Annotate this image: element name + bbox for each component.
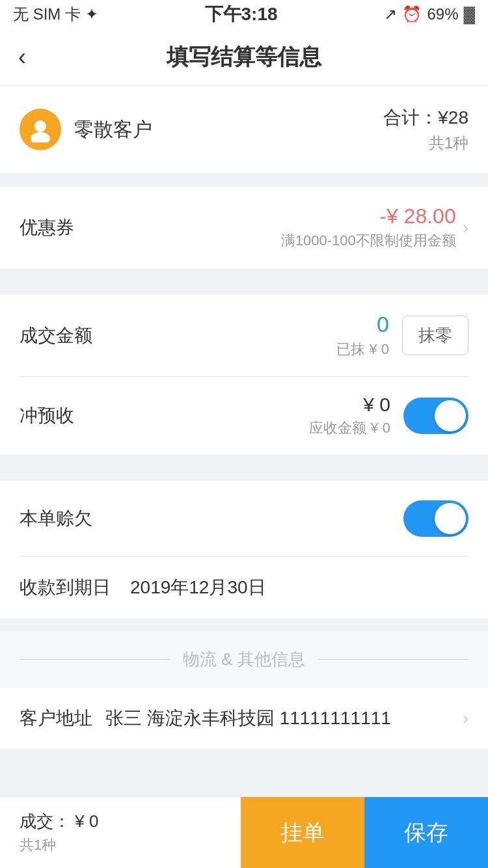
total-count: 共1种 bbox=[383, 133, 468, 154]
duedate-row[interactable]: 收款到期日 2019年12月30日 bbox=[0, 557, 488, 618]
coupon-right: -¥ 28.00 满1000-100不限制使用金额 › bbox=[281, 204, 468, 251]
logistics-text: 物流 & 其他信息 bbox=[170, 648, 318, 671]
battery-text: 69% bbox=[427, 5, 458, 23]
coupon-chevron-icon: › bbox=[463, 217, 468, 238]
prereceipt-sub: 应收金额 ¥ 0 bbox=[309, 418, 390, 438]
coupon-section[interactable]: 优惠券 -¥ 28.00 满1000-100不限制使用金额 › bbox=[0, 186, 488, 269]
bottom-actions: 挂单 保存 bbox=[241, 797, 488, 868]
bottom-summary-top: 成交： ¥ 0 bbox=[20, 810, 241, 833]
prereceipt-right: ¥ 0 应收金额 ¥ 0 bbox=[309, 394, 468, 438]
customer-avatar bbox=[20, 109, 61, 150]
coupon-label: 优惠券 bbox=[20, 215, 74, 240]
bottom-summary: 成交： ¥ 0 共1种 bbox=[0, 810, 241, 855]
debt-row: 本单赊欠 bbox=[0, 481, 488, 556]
prereceipt-toggle[interactable] bbox=[403, 398, 468, 434]
logistics-line-right bbox=[318, 659, 468, 660]
roundoff-button[interactable]: 抹零 bbox=[402, 316, 468, 355]
debt-label: 本单赊欠 bbox=[20, 506, 92, 531]
status-left: 无 SIM 卡 ✦ bbox=[13, 4, 98, 25]
signal-text: 无 SIM 卡 ✦ bbox=[13, 4, 98, 25]
logistics-separator: 物流 & 其他信息 bbox=[0, 631, 488, 688]
svg-point-0 bbox=[34, 120, 46, 132]
customer-left: 零散客户 bbox=[20, 109, 152, 150]
transaction-section: 成交金额 0 已抹 ¥ 0 抹零 冲预收 ¥ 0 应收金额 ¥ 0 bbox=[0, 295, 488, 455]
battery-icon: ▓ bbox=[463, 5, 475, 23]
customer-row: 零散客户 合计：¥28 共1种 bbox=[0, 86, 488, 173]
prereceipt-amount-area: ¥ 0 应收金额 ¥ 0 bbox=[309, 394, 390, 438]
toggle-thumb bbox=[435, 400, 466, 431]
coupon-desc: 满1000-100不限制使用金额 bbox=[281, 231, 456, 251]
customer-name: 零散客户 bbox=[74, 116, 152, 143]
amount-input-area: 0 已抹 ¥ 0 bbox=[336, 312, 389, 359]
svg-point-1 bbox=[31, 132, 50, 142]
transaction-row: 成交金额 0 已抹 ¥ 0 抹零 bbox=[0, 295, 488, 376]
status-time: 下午3:18 bbox=[205, 2, 278, 27]
coupon-discount: -¥ 28.00 bbox=[281, 204, 456, 228]
address-label: 客户地址 bbox=[20, 706, 92, 731]
customer-section: 零散客户 合计：¥28 共1种 bbox=[0, 86, 488, 173]
total-label: 合计：¥28 bbox=[383, 105, 468, 130]
transaction-sub: 已抹 ¥ 0 bbox=[336, 340, 389, 359]
section-separator-1 bbox=[0, 282, 488, 295]
status-bar: 无 SIM 卡 ✦ 下午3:18 ↗ ⏰ 69% ▓ bbox=[0, 0, 488, 29]
transaction-right: 0 已抹 ¥ 0 抹零 bbox=[336, 312, 468, 359]
location-icon: ↗ bbox=[384, 5, 397, 23]
transaction-label: 成交金额 bbox=[20, 323, 92, 348]
address-row[interactable]: 客户地址 张三 海淀永丰科技园 11111111111 › bbox=[0, 688, 488, 749]
debt-toggle[interactable] bbox=[403, 500, 468, 537]
section-separator-2 bbox=[0, 468, 488, 481]
page-title: 填写结算等信息 bbox=[167, 42, 321, 72]
coupon-amount: -¥ 28.00 满1000-100不限制使用金额 bbox=[281, 204, 456, 251]
nav-bar: ‹ 填写结算等信息 bbox=[0, 29, 488, 86]
save-button[interactable]: 保存 bbox=[364, 797, 488, 868]
prereceipt-label: 冲预收 bbox=[20, 403, 74, 428]
customer-right: 合计：¥28 共1种 bbox=[383, 105, 468, 154]
debt-toggle-track bbox=[403, 500, 468, 537]
pending-button[interactable]: 挂单 bbox=[241, 797, 364, 868]
logistics-line-left bbox=[20, 659, 170, 660]
address-value: 张三 海淀永丰科技园 11111111111 bbox=[105, 706, 450, 731]
debt-section: 本单赊欠 收款到期日 2019年12月30日 bbox=[0, 481, 488, 618]
transaction-value[interactable]: 0 bbox=[377, 312, 389, 337]
toggle-track bbox=[403, 398, 468, 434]
bottom-summary-count: 共1种 bbox=[20, 835, 241, 855]
back-button[interactable]: ‹ bbox=[18, 44, 26, 71]
coupon-row[interactable]: 优惠券 -¥ 28.00 满1000-100不限制使用金额 › bbox=[0, 186, 488, 269]
alarm-icon: ⏰ bbox=[402, 5, 422, 23]
bottom-bar: 成交： ¥ 0 共1种 挂单 保存 bbox=[0, 796, 488, 868]
address-section[interactable]: 客户地址 张三 海淀永丰科技园 11111111111 › bbox=[0, 688, 488, 749]
debt-toggle-thumb bbox=[435, 503, 466, 534]
content-area: 零散客户 合计：¥28 共1种 优惠券 -¥ 28.00 满1000-100不限… bbox=[0, 86, 488, 840]
duedate-value: 2019年12月30日 bbox=[130, 575, 266, 600]
prereceipt-row: 冲预收 ¥ 0 应收金额 ¥ 0 bbox=[0, 377, 488, 455]
prereceipt-amount: ¥ 0 bbox=[363, 394, 390, 416]
status-right: ↗ ⏰ 69% ▓ bbox=[384, 5, 475, 23]
duedate-label: 收款到期日 bbox=[20, 575, 111, 600]
address-chevron-icon: › bbox=[463, 708, 468, 729]
